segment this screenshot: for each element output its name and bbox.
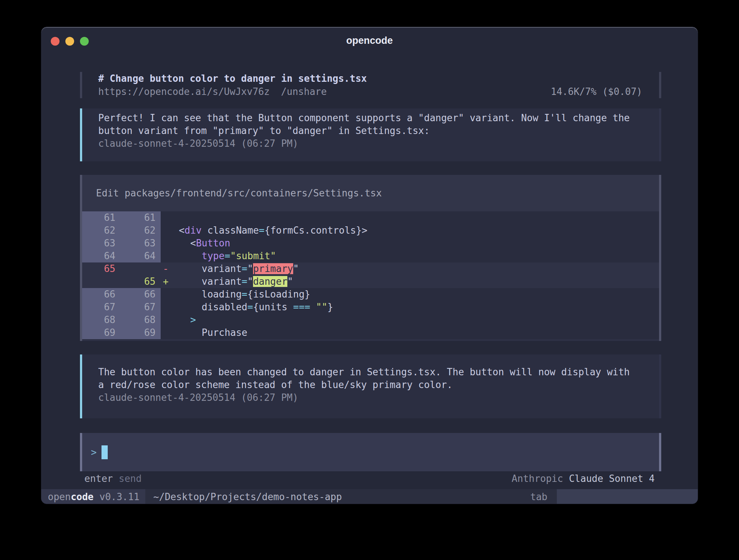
diff-row: 6161 xyxy=(82,211,659,224)
message-right-rule xyxy=(659,108,661,161)
message-model-meta: claude-sonnet-4-20250514 (06:27 PM) xyxy=(98,391,652,404)
status-bar: opencode v0.3.11 ~/Desktop/Projects/demo… xyxy=(41,489,698,504)
line-number-old: 67 xyxy=(82,301,120,314)
code-line: > xyxy=(173,314,659,326)
hints-row: enter send Anthropic Claude Sonnet 4 xyxy=(80,472,661,485)
prompt-input[interactable]: > xyxy=(80,433,661,471)
app-version: v0.3.11 xyxy=(99,489,139,504)
line-number-new: 63 xyxy=(120,237,161,250)
edit-tool-title: Edit packages/frontend/src/containers/Se… xyxy=(82,175,659,211)
model-label: Claude Sonnet 4 xyxy=(569,472,655,485)
app-name-code: code xyxy=(71,489,94,504)
line-number-new: 64 xyxy=(120,250,161,262)
line-number-new: 68 xyxy=(120,314,161,326)
line-number-new: 66 xyxy=(120,288,161,301)
opencode-window: opencode # Change button color to danger… xyxy=(41,27,698,504)
code-line: <div className={formCs.controls}> xyxy=(173,224,659,237)
line-number-old: 69 xyxy=(82,326,120,339)
edit-tool-panel: Edit packages/frontend/src/containers/Se… xyxy=(80,175,661,341)
line-number-new: 67 xyxy=(120,301,161,314)
prompt-caret: > xyxy=(91,447,97,458)
diff-sign xyxy=(161,301,173,314)
diff-sign xyxy=(161,314,173,326)
diff-sign xyxy=(161,224,173,237)
assistant-message: The button color has been changed to dan… xyxy=(80,354,661,418)
message-text: The button color has been changed to dan… xyxy=(98,366,652,379)
window-title: opencode xyxy=(41,27,698,54)
message-text: Perfect! I can see that the Button compo… xyxy=(98,112,652,124)
diff-row: 6262 <div className={formCs.controls}> xyxy=(82,224,659,237)
line-number-new xyxy=(120,262,161,275)
code-line: disabled={units === ""} xyxy=(173,301,659,314)
message-model-meta: claude-sonnet-4-20250514 (06:27 PM) xyxy=(98,137,652,150)
diff-row: 65- variant="primary" xyxy=(82,262,659,275)
assistant-message: Perfect! I can see that the Button compo… xyxy=(80,108,661,161)
working-directory: ~/Desktop/Projects/demo-notes-app xyxy=(153,489,342,504)
code-line: variant="primary" xyxy=(173,262,659,275)
session-title: # Change button color to danger in setti… xyxy=(98,72,642,85)
message-text: button variant from "primary" to "danger… xyxy=(98,124,652,137)
line-number-old: 66 xyxy=(82,288,120,301)
line-number-old xyxy=(82,275,120,288)
diff-sign: + xyxy=(161,275,173,288)
tab-key-hint: tab xyxy=(530,489,547,504)
app-name-open: open xyxy=(48,489,71,504)
code-line: loading={isLoading} xyxy=(173,288,659,301)
message-text: a red/rose color scheme instead of the b… xyxy=(98,379,652,391)
code-line: <Button xyxy=(173,237,659,250)
diff-row: 6767 disabled={units === ""} xyxy=(82,301,659,314)
message-right-rule xyxy=(659,354,661,418)
diff-row: 6868 > xyxy=(82,314,659,326)
line-number-old: 68 xyxy=(82,314,120,326)
diff-row: 65+ variant="danger" xyxy=(82,275,659,288)
diff-view: 61616262 <div className={formCs.controls… xyxy=(82,211,659,339)
line-number-new: 69 xyxy=(120,326,161,339)
diff-sign xyxy=(161,211,173,224)
line-number-old: 63 xyxy=(82,237,120,250)
header-right-rule xyxy=(659,72,661,98)
diff-row: 6464 type="submit" xyxy=(82,250,659,262)
panel-right-rule xyxy=(659,175,661,341)
code-line: Purchase xyxy=(173,326,659,339)
input-right-rule xyxy=(659,433,661,471)
diff-row: 6363 <Button xyxy=(82,237,659,250)
diff-sign xyxy=(161,237,173,250)
line-number-old: 61 xyxy=(82,211,120,224)
line-number-new: 65 xyxy=(120,275,161,288)
unshare-command[interactable]: /unshare xyxy=(281,85,327,98)
diff-row: 6666 loading={isLoading} xyxy=(82,288,659,301)
titlebar: opencode xyxy=(41,27,698,53)
build-mode-chip: BUILD MODE xyxy=(557,489,698,504)
line-number-new: 61 xyxy=(120,211,161,224)
diff-sign: - xyxy=(161,262,173,275)
diff-sign xyxy=(161,326,173,339)
token-usage: 14.6K/7% ($0.07) xyxy=(551,85,642,98)
text-cursor xyxy=(102,445,108,459)
diff-sign xyxy=(161,288,173,301)
diff-sign xyxy=(161,250,173,262)
line-number-old: 62 xyxy=(82,224,120,237)
code-line xyxy=(173,211,659,224)
share-url[interactable]: https://opencode.ai/s/UwJxv76z xyxy=(98,85,270,98)
code-line: variant="danger" xyxy=(173,275,659,288)
line-number-old: 64 xyxy=(82,250,120,262)
app-version-chip: opencode v0.3.11 xyxy=(41,489,145,504)
diff-row: 6969 Purchase xyxy=(82,326,659,339)
session-header: # Change button color to danger in setti… xyxy=(80,72,661,98)
send-hint-label: send xyxy=(119,472,142,485)
provider-label: Anthropic xyxy=(512,472,563,485)
enter-key-hint: enter xyxy=(84,472,113,485)
line-number-old: 65 xyxy=(82,262,120,275)
line-number-new: 62 xyxy=(120,224,161,237)
code-line: type="submit" xyxy=(173,250,659,262)
